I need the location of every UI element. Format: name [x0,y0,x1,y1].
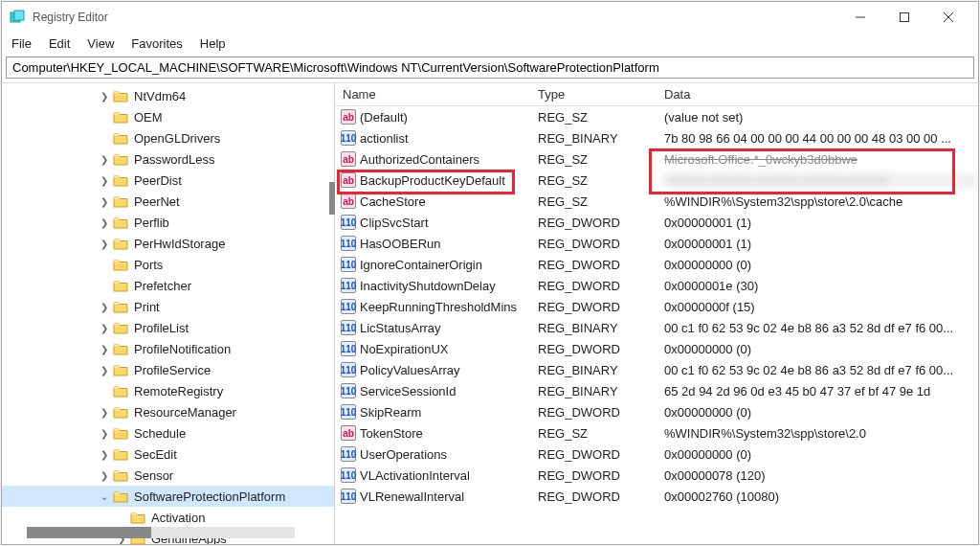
scrollbar-thumb[interactable] [27,527,151,538]
expand-icon[interactable]: ❯ [98,217,111,228]
tree-item-ports[interactable]: Ports [2,254,334,275]
menu-help[interactable]: Help [200,36,226,51]
column-header[interactable]: Name Type Data [335,83,978,106]
value-row[interactable]: abCacheStoreREG_SZ%WINDIR%\System32\spp\… [335,191,978,212]
maximize-button[interactable] [882,2,926,33]
value-name: HasOOBERun [360,237,441,251]
splitter-handle[interactable] [329,182,335,215]
value-type: REG_SZ [538,194,664,209]
expand-icon[interactable]: ⌄ [98,491,111,502]
expand-icon[interactable]: ❯ [98,196,111,207]
value-row[interactable]: 110HasOOBERunREG_DWORD0x00000001 (1) [335,233,978,254]
value-row[interactable]: 110VLRenewalIntervalREG_DWORD0x00002760 … [335,486,978,507]
binary-icon: 110 [341,299,356,314]
expand-icon[interactable]: ❯ [98,407,111,418]
tree-item-schedule[interactable]: ❯Schedule [2,422,334,444]
col-data[interactable]: Data [664,87,978,102]
svg-rect-1 [14,11,24,20]
tree-item-print[interactable]: ❯Print [2,296,334,317]
expand-icon[interactable]: ❯ [98,154,111,165]
value-row[interactable]: 110InactivityShutdownDelayREG_DWORD0x000… [335,275,978,296]
folder-icon [113,194,128,208]
tree-item-label: SoftwareProtectionPlatform [134,489,285,504]
value-row[interactable]: 110SkipRearmREG_DWORD0x00000000 (0) [335,401,978,422]
expand-icon[interactable]: ❯ [98,239,111,249]
folder-icon [113,216,128,229]
string-icon: ab [341,425,356,441]
close-button[interactable] [926,2,970,33]
expand-icon[interactable]: ❯ [98,344,111,354]
expand-icon[interactable]: ❯ [98,365,111,375]
tree-item-activation[interactable]: Activation [2,507,334,528]
tree-item-peerdist[interactable]: ❯PeerDist [2,170,334,191]
value-row[interactable]: 110LicStatusArrayREG_BINARY00 c1 f0 62 5… [335,317,978,338]
values-pane[interactable]: Name Type Data ab(Default)REG_SZ(value n… [335,83,978,544]
tree-item-profileservice[interactable]: ❯ProfileService [2,359,334,380]
menu-edit[interactable]: Edit [49,36,70,51]
value-row[interactable]: abBackupProductKeyDefaultREG_SZXXXXX-XXX… [335,170,978,191]
tree-pane[interactable]: ❯NtVdm64OEMOpenGLDrivers❯PasswordLess❯Pe… [2,83,335,544]
folder-icon [113,384,128,398]
tree-item-sensor[interactable]: ❯Sensor [2,465,334,486]
value-type: REG_DWORD [538,447,664,462]
value-row[interactable]: 110ClipSvcStartREG_DWORD0x00000001 (1) [335,212,978,233]
menu-file[interactable]: File [11,36,32,51]
value-row[interactable]: 110UserOperationsREG_DWORD0x00000000 (0) [335,444,978,465]
value-row[interactable]: 110PolicyValuesArrayREG_BINARY00 c1 f0 6… [335,359,978,380]
value-type: REG_DWORD [538,300,664,314]
tree-item-label: Activation [151,511,205,525]
tree-item-remoteregistry[interactable]: RemoteRegistry [2,380,334,401]
tree-item-label: Print [134,300,160,314]
expand-icon[interactable]: ❯ [98,323,111,333]
value-name: IgnoreContainerOrigin [360,258,482,272]
tree-item-perhwidstorage[interactable]: ❯PerHwIdStorage [2,233,334,254]
value-row[interactable]: 110NoExpirationUXREG_DWORD0x00000000 (0) [335,338,978,359]
menu-view[interactable]: View [87,36,114,51]
tree-item-oem[interactable]: OEM [2,106,334,127]
tree-hscrollbar[interactable] [27,527,295,538]
address-bar[interactable]: Computer\HKEY_LOCAL_MACHINE\SOFTWARE\Mic… [6,57,974,79]
expand-icon[interactable]: ❯ [98,449,111,460]
value-row[interactable]: 110IgnoreContainerOriginREG_DWORD0x00000… [335,254,978,275]
value-data: Microsoft.Office.*_0wckyb3d0bbwe [664,152,978,167]
menubar: File Edit View Favorites Help [2,33,978,55]
minimize-button[interactable] [838,2,882,33]
value-name: LicStatusArray [360,321,441,335]
binary-icon: 110 [341,446,356,462]
tree-item-peernet[interactable]: ❯PeerNet [2,191,334,212]
expand-icon[interactable]: ❯ [98,175,111,186]
tree-item-label: Perflib [134,216,169,230]
tree-item-profilenotification[interactable]: ❯ProfileNotification [2,338,334,359]
tree-item-softwareprotectionplatform[interactable]: ⌄SoftwareProtectionPlatform [2,486,334,507]
tree-item-secedit[interactable]: ❯SecEdit [2,444,334,465]
value-row[interactable]: 110ServiceSessionIdREG_BINARY65 2d 94 2d… [335,380,978,401]
menu-favorites[interactable]: Favorites [131,36,182,51]
col-type[interactable]: Type [538,87,664,102]
value-name: actionlist [360,131,409,146]
value-row[interactable]: abAuthorizedContainersREG_SZMicrosoft.Of… [335,148,978,170]
value-data: 0x00000078 (120) [664,468,978,483]
value-row[interactable]: 110actionlistREG_BINARY7b 80 98 66 04 00… [335,127,978,148]
value-row[interactable]: ab(Default)REG_SZ(value not set) [335,106,978,127]
value-row[interactable]: 110KeepRunningThresholdMinsREG_DWORD0x00… [335,296,978,317]
tree-item-ntvdm64[interactable]: ❯NtVdm64 [2,85,334,106]
binary-icon: 110 [341,236,356,251]
expand-icon[interactable]: ❯ [98,91,111,102]
tree-item-prefetcher[interactable]: Prefetcher [2,275,334,296]
tree-item-label: Schedule [134,426,186,441]
value-name: VLRenewalInterval [360,489,464,504]
tree-item-perflib[interactable]: ❯Perflib [2,212,334,233]
value-row[interactable]: abTokenStoreREG_SZ%WINDIR%\System32\spp\… [335,422,978,444]
tree-item-passwordless[interactable]: ❯PasswordLess [2,148,334,170]
expand-icon[interactable]: ❯ [98,428,111,439]
tree-item-profilelist[interactable]: ❯ProfileList [2,317,334,338]
value-type: REG_BINARY [538,131,664,146]
folder-icon [113,405,128,419]
value-data: 0x0000001e (30) [664,279,978,293]
tree-item-opengldrivers[interactable]: OpenGLDrivers [2,127,334,148]
tree-item-resourcemanager[interactable]: ❯ResourceManager [2,401,334,422]
expand-icon[interactable]: ❯ [98,470,111,481]
value-row[interactable]: 110VLActivationIntervalREG_DWORD0x000000… [335,465,978,486]
col-name[interactable]: Name [335,87,538,102]
expand-icon[interactable]: ❯ [98,302,111,312]
